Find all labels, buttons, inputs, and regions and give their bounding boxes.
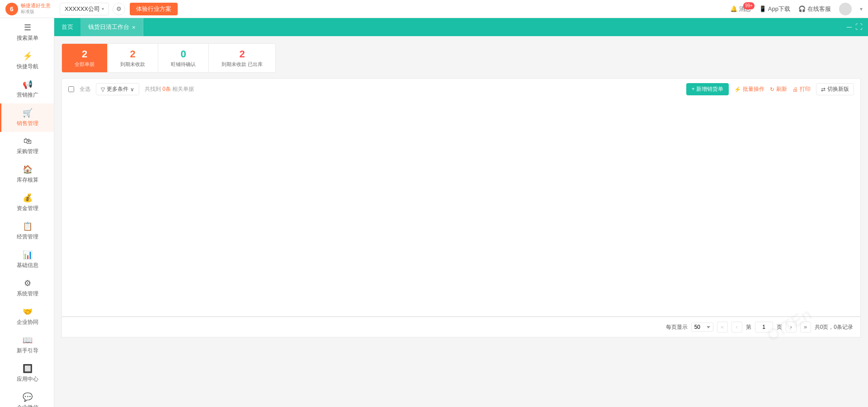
- online-service-button[interactable]: 🎧 在线客服: [798, 5, 831, 13]
- refresh-label: 刷新: [776, 85, 787, 93]
- print-button[interactable]: 🖨 打印: [793, 85, 811, 93]
- sales-icon: 🛒: [23, 108, 33, 118]
- chevron-down-icon: ∨: [130, 86, 134, 93]
- marketing-icon: 📢: [23, 80, 33, 89]
- phone-icon: 📱: [759, 5, 766, 12]
- sidebar-label-wecom: 企业微信: [17, 404, 38, 407]
- sidebar-item-search[interactable]: ☰ 搜索菜单: [0, 18, 54, 47]
- tab-home-label: 首页: [61, 23, 73, 31]
- message-badge: 99+: [743, 2, 755, 9]
- bell-icon: 🔔: [730, 5, 737, 12]
- first-page-button[interactable]: «: [717, 322, 728, 332]
- sidebar-item-sales[interactable]: 🛒 销售管理: [0, 103, 54, 132]
- stat-count-all: 2: [82, 48, 87, 60]
- online-service-label: 在线客服: [807, 5, 831, 13]
- sidebar-item-purchase[interactable]: 🛍 采购管理: [0, 132, 54, 160]
- sidebar-item-marketing[interactable]: 📢 营销推广: [0, 75, 54, 103]
- logo-icon: 6: [5, 3, 18, 15]
- maximize-icon[interactable]: ⛶: [855, 23, 863, 31]
- tab-work-bench[interactable]: 钱货日清工作台 ×: [81, 18, 143, 36]
- sidebar-label-basic-info: 基础信息: [17, 262, 38, 269]
- chevron-down-icon: ▾: [102, 6, 104, 11]
- stat-count-overdue: 2: [130, 48, 135, 60]
- sidebar-item-quicknav[interactable]: ⚡ 快捷导航: [0, 47, 54, 75]
- stat-tab-pending[interactable]: 0 旺铺待确认: [158, 44, 209, 72]
- filter-bar: 全选 ▽ 更多条件 ∨ 共找到 0条 相关单据 + 新增销货单 ⚡ 批量操作 ↻…: [61, 78, 861, 100]
- main-content: 2 全部单据 2 到期未收款 0 旺铺待确认 2 到期未收款 已出库 全选 ▽ …: [54, 36, 868, 407]
- last-page-button[interactable]: »: [800, 322, 811, 332]
- gear-icon: ⚙: [116, 5, 122, 12]
- app-download-button[interactable]: 📱 App下载: [759, 5, 790, 13]
- tab-home[interactable]: 首页: [54, 18, 81, 36]
- sidebar-label-inventory: 库存核算: [17, 176, 38, 184]
- search-menu-icon: ☰: [24, 23, 31, 33]
- company-name: XXXXXX公司: [65, 5, 100, 13]
- switch-icon: ⇄: [821, 86, 826, 93]
- stat-label-shipped: 到期未收款 已出库: [222, 61, 263, 68]
- messages-button[interactable]: 🔔 消息 99+: [730, 5, 751, 13]
- stat-tab-shipped[interactable]: 2 到期未收款 已出库: [209, 44, 275, 72]
- current-page-input[interactable]: [755, 322, 773, 332]
- filter-result: 共找到 0条 相关单据: [145, 85, 194, 93]
- user-name[interactable]: ▾: [860, 6, 863, 12]
- sidebar-label-finance: 资金管理: [17, 205, 38, 212]
- page-suffix: 页: [777, 323, 782, 331]
- sidebar-label-operations: 经营管理: [17, 233, 38, 241]
- guide-icon: 📖: [23, 335, 33, 345]
- tab-close-icon[interactable]: ×: [132, 24, 136, 31]
- page-prefix: 第: [746, 323, 751, 331]
- trial-button[interactable]: 体验行业方案: [130, 3, 178, 15]
- sidebar-label-marketing: 营销推广: [17, 91, 38, 99]
- sidebar: ☰ 搜索菜单 ⚡ 快捷导航 📢 营销推广 🛒 销售管理 🛍 采购管理 🏠 库存核…: [0, 18, 54, 407]
- basic-info-icon: 📊: [23, 250, 33, 260]
- select-all-checkbox[interactable]: [68, 86, 74, 92]
- sidebar-item-inventory[interactable]: 🏠 库存核算: [0, 160, 54, 188]
- add-sales-order-button[interactable]: + 新增销货单: [686, 83, 729, 95]
- minimize-icon[interactable]: ─: [847, 23, 852, 31]
- stat-label-all: 全部单据: [75, 61, 94, 68]
- refresh-button[interactable]: ↻ 刷新: [770, 85, 787, 93]
- sidebar-item-cooperation[interactable]: 🤝 企业协同: [0, 302, 54, 331]
- sidebar-item-operations[interactable]: 📋 经营管理: [0, 217, 54, 245]
- stats-tabs: 2 全部单据 2 到期未收款 0 旺铺待确认 2 到期未收款 已出库: [61, 43, 276, 73]
- tab-work-bench-label: 钱货日清工作台: [88, 23, 129, 31]
- finance-icon: 💰: [23, 193, 33, 203]
- print-icon: 🖨: [793, 86, 798, 93]
- company-selector[interactable]: XXXXXX公司 ▾: [60, 3, 109, 15]
- more-conditions-label: 更多条件: [107, 85, 128, 93]
- avatar[interactable]: [839, 3, 852, 15]
- per-page-select[interactable]: 50 10 20 100: [691, 323, 713, 332]
- logo-sub: 标准版: [21, 9, 51, 15]
- logo-area: 6 畅捷通好生意 标准版: [5, 3, 60, 15]
- prev-page-button[interactable]: ‹: [731, 322, 742, 332]
- settings-button[interactable]: ⚙: [113, 3, 125, 15]
- purchase-icon: 🛍: [24, 136, 32, 146]
- next-page-button[interactable]: ›: [786, 322, 797, 332]
- wecom-icon: 💬: [23, 392, 33, 402]
- more-conditions-button[interactable]: ▽ 更多条件 ∨: [96, 83, 139, 95]
- headset-icon: 🎧: [798, 5, 806, 12]
- batch-label: 批量操作: [743, 85, 764, 93]
- sidebar-item-finance[interactable]: 💰 资金管理: [0, 188, 54, 217]
- stat-tab-overdue[interactable]: 2 到期未收款: [108, 44, 158, 72]
- print-label: 打印: [800, 85, 811, 93]
- sidebar-item-basic-info[interactable]: 📊 基础信息: [0, 245, 54, 274]
- per-page-label: 每页显示: [666, 323, 688, 331]
- sidebar-label-system: 系统管理: [17, 290, 38, 298]
- header-right: 🔔 消息 99+ 📱 App下载 🎧 在线客服 ▾: [730, 3, 863, 15]
- sidebar-label-sales: 销售管理: [17, 120, 38, 127]
- top-header: 6 畅捷通好生意 标准版 XXXXXX公司 ▾ ⚙ 体验行业方案 🔔 消息 99…: [0, 0, 868, 18]
- sidebar-item-apps[interactable]: 🔲 应用中心: [0, 359, 54, 388]
- sidebar-item-wecom[interactable]: 💬 企业微信: [0, 388, 54, 407]
- tab-controls: ─ ⛶: [847, 23, 868, 31]
- total-info: 共0页，0条记录: [815, 323, 853, 331]
- switch-label: 切换新版: [827, 85, 849, 93]
- stat-tab-all[interactable]: 2 全部单据: [62, 44, 108, 72]
- quick-nav-icon: ⚡: [23, 51, 33, 61]
- batch-icon: ⚡: [734, 86, 741, 93]
- sidebar-item-system[interactable]: ⚙ 系统管理: [0, 274, 54, 302]
- sidebar-item-guide[interactable]: 📖 新手引导: [0, 331, 54, 359]
- pagination: 每页显示 50 10 20 100 « ‹ 第 页 › » 共0页，0条记录: [61, 317, 861, 337]
- batch-operation-button[interactable]: ⚡ 批量操作: [734, 85, 764, 93]
- switch-version-button[interactable]: ⇄ 切换新版: [816, 83, 854, 95]
